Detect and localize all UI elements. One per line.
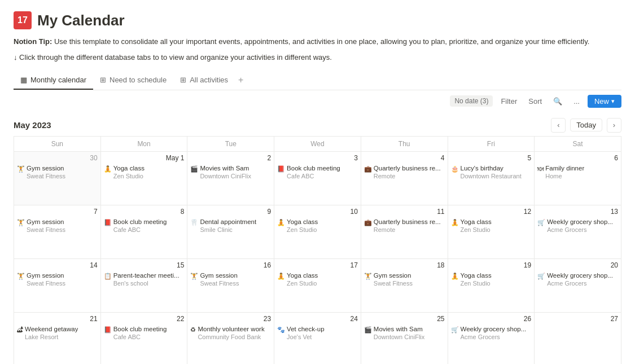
day-number: 9 [190, 208, 271, 216]
calendar-day[interactable]: 25🎬Movies with SamDowntown CiniFlix [361, 312, 448, 364]
calendar-day[interactable]: 4💼Quarterly business re...Remote [361, 151, 448, 205]
calendar-event[interactable]: ♻Monthly volunteer workCommunity Food Ba… [190, 325, 271, 341]
event-text: Yoga classZen Studio [287, 271, 318, 288]
calendar-event[interactable]: 🛒Weekly grocery shop...Acme Grocers [537, 271, 618, 288]
calendar-day[interactable]: 6🍽Family dinnerHome [535, 151, 621, 205]
calendar-event[interactable]: 🍽Family dinnerHome [537, 164, 618, 181]
calendar-event[interactable]: 📋Parent-teacher meeti...Ben's school [104, 271, 185, 288]
calendar-event[interactable]: 📕Book club meetingCafe ABC [277, 164, 358, 181]
calendar-event[interactable]: 🏋Gym sessionSweat Fitness [17, 271, 98, 288]
no-date-badge[interactable]: No date (3) [450, 95, 493, 107]
calendar-day[interactable]: 13🛒Weekly grocery shop...Acme Grocers [535, 205, 621, 258]
calendar-week-row: 14🏋Gym sessionSweat Fitness15📋Parent-tea… [14, 258, 621, 312]
calendar-day[interactable]: 11💼Quarterly business re...Remote [361, 205, 448, 258]
calendar-event[interactable]: 🧘Yoga classZen Studio [104, 164, 185, 181]
day-number: 14 [17, 261, 98, 269]
calendar-day[interactable]: 19🧘Yoga classZen Studio [448, 258, 535, 312]
calendar-day[interactable]: 15📋Parent-teacher meeti...Ben's school [100, 258, 187, 312]
calendar-event[interactable]: 💼Quarterly business re...Remote [364, 218, 445, 234]
calendar-day[interactable]: 26🛒Weekly grocery shop...Acme Grocers [448, 312, 535, 364]
calendar-day[interactable]: 23♻Monthly volunteer workCommunity Food … [187, 312, 274, 364]
calendar-event[interactable]: 📕Book club meetingCafe ABC [104, 218, 185, 234]
calendar-day[interactable]: 16🏋Gym sessionSweat Fitness [187, 258, 274, 312]
next-month-button[interactable]: › [607, 118, 621, 133]
calendar-event[interactable]: 🛒Weekly grocery shop...Acme Grocers [537, 218, 618, 234]
calendar-event[interactable]: 🎬Movies with SamDowntown CiniFlix [364, 325, 445, 341]
event-location: Home [545, 172, 584, 180]
calendar-day[interactable]: 9🦷Dental appointmentSmile Clinic [187, 205, 274, 258]
sort-button[interactable]: Sort [525, 95, 545, 107]
event-icon: 📕 [104, 218, 112, 226]
calendar-event[interactable]: 🏋Gym sessionSweat Fitness [17, 218, 98, 234]
event-icon: 🏋 [17, 165, 25, 173]
calendar-event[interactable]: 💼Quarterly business re...Remote [364, 164, 445, 181]
more-button[interactable]: ... [570, 95, 583, 107]
calendar-day[interactable]: 20🛒Weekly grocery shop...Acme Grocers [535, 258, 621, 312]
calendar-event[interactable]: 🏋Gym sessionSweat Fitness [17, 164, 98, 181]
event-text: Lucy's birthdayDowntown Restaurant [461, 164, 522, 181]
calendar-event[interactable]: 🎬Movies with SamDowntown CiniFlix [190, 164, 271, 181]
event-text: Yoga classZen Studio [461, 218, 492, 234]
calendar-event[interactable]: 🧘Yoga classZen Studio [451, 271, 532, 288]
calendar-event[interactable]: 🎂Lucy's birthdayDowntown Restaurant [451, 164, 532, 181]
event-text: Gym sessionSweat Fitness [374, 271, 413, 288]
calendar-day[interactable]: 7🏋Gym sessionSweat Fitness [14, 205, 101, 258]
calendar-day[interactable]: May 1🧘Yoga classZen Studio [100, 151, 187, 205]
tab-all-activities[interactable]: ⊞ All activities [173, 71, 235, 90]
calendar-day[interactable]: 27 [535, 312, 621, 364]
calendar-day[interactable]: 5🎂Lucy's birthdayDowntown Restaurant [448, 151, 535, 205]
event-icon: 🛒 [537, 272, 545, 280]
page-icon: 17 [14, 11, 32, 29]
calendar-day[interactable]: 10🧘Yoga classZen Studio [274, 205, 361, 258]
new-button[interactable]: New ▾ [588, 95, 621, 108]
calendar-day[interactable]: 2🎬Movies with SamDowntown CiniFlix [187, 151, 274, 205]
calendar-event[interactable]: 🏋Gym sessionSweat Fitness [364, 271, 445, 288]
filter-button[interactable]: Filter [497, 95, 520, 107]
calendar-day[interactable]: 17🧘Yoga classZen Studio [274, 258, 361, 312]
tab-need-to-schedule[interactable]: ⊞ Need to schedule [93, 71, 173, 90]
tab-monthly-calendar[interactable]: ▦ Monthly calendar [14, 71, 93, 90]
calendar-day[interactable]: 8📕Book club meetingCafe ABC [100, 205, 187, 258]
calendar-event[interactable]: 🐾Vet check-upJoe's Vet [277, 325, 358, 341]
prev-month-button[interactable]: ‹ [551, 118, 566, 133]
day-number: 6 [537, 154, 618, 162]
calendar-event[interactable]: 📕Book club meetingCafe ABC [104, 325, 185, 341]
event-icon: 🧘 [277, 272, 285, 280]
event-location: Lake Resort [25, 333, 78, 341]
calendar-day[interactable]: 22📕Book club meetingCafe ABC [100, 312, 187, 364]
calendar-event[interactable]: 🧘Yoga classZen Studio [277, 271, 358, 288]
calendar-event[interactable]: 🧘Yoga classZen Studio [277, 218, 358, 234]
day-number: 7 [17, 208, 98, 216]
calendar-event[interactable]: 🏋Gym sessionSweat Fitness [190, 271, 271, 288]
calendar-weekday-row: Sun Mon Tue Wed Thu Fri Sat [14, 136, 621, 151]
calendar-event[interactable]: 🧘Yoga classZen Studio [451, 218, 532, 234]
today-button[interactable]: Today [570, 119, 602, 131]
event-text: Gym sessionSweat Fitness [200, 271, 239, 288]
event-name: Quarterly business re... [374, 164, 441, 173]
calendar-event[interactable]: 🛒Weekly grocery shop...Acme Grocers [451, 325, 532, 341]
event-icon: 🏋 [190, 272, 198, 280]
event-text: Weekly grocery shop...Acme Grocers [547, 218, 613, 234]
calendar-day[interactable]: 3📕Book club meetingCafe ABC [274, 151, 361, 205]
calendar-event[interactable]: 🏕Weekend getawayLake Resort [17, 325, 98, 341]
event-text: Yoga classZen Studio [461, 271, 492, 288]
calendar-day[interactable]: 21🏕Weekend getawayLake Resort [14, 312, 101, 364]
event-icon: 🎬 [190, 165, 198, 173]
event-name: Yoga class [287, 218, 318, 226]
calendar-day[interactable]: 14🏋Gym sessionSweat Fitness [14, 258, 101, 312]
search-button[interactable]: 🔍 [550, 95, 566, 107]
calendar-day[interactable]: 12🧘Yoga classZen Studio [448, 205, 535, 258]
calendar-day[interactable]: 30🏋Gym sessionSweat Fitness [14, 151, 101, 205]
event-name: Yoga class [461, 271, 492, 280]
event-location: Zen Studio [461, 279, 492, 287]
event-location: Community Food Bank [198, 333, 264, 341]
event-name: Book club meeting [113, 218, 167, 226]
calendar-day[interactable]: 24🐾Vet check-upJoe's Vet [274, 312, 361, 364]
calendar-event[interactable]: 🦷Dental appointmentSmile Clinic [190, 218, 271, 234]
day-number: 11 [364, 208, 445, 216]
calendar-day[interactable]: 18🏋Gym sessionSweat Fitness [361, 258, 448, 312]
new-button-arrow: ▾ [611, 98, 615, 105]
page-header: 17 My Calendar [14, 11, 621, 29]
event-name: Family dinner [545, 164, 584, 173]
add-tab-button[interactable]: + [235, 71, 247, 90]
